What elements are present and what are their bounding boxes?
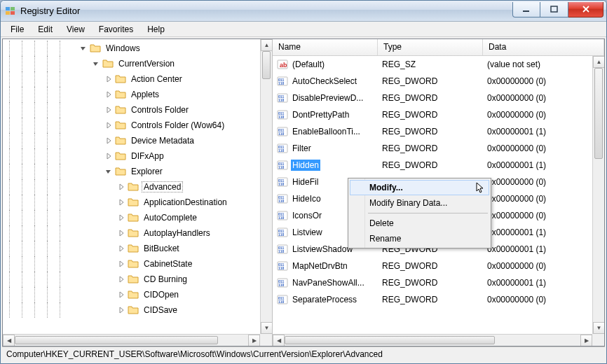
tree-item[interactable]: CD Burning xyxy=(3,272,272,287)
tree-vscroll[interactable]: ▲ ▼ xyxy=(260,39,272,334)
value-name: EnableBalloonTi... xyxy=(291,126,362,137)
expand-icon[interactable] xyxy=(104,74,114,84)
list-row[interactable]: ab(Default)REG_SZ(value not set) xyxy=(273,56,604,73)
list-row[interactable]: 011110FilterREG_DWORD0x00000000 (0) xyxy=(273,140,604,157)
expand-icon[interactable] xyxy=(116,305,126,315)
scroll-thumb[interactable] xyxy=(262,51,271,79)
scroll-down-icon[interactable]: ▼ xyxy=(261,322,273,334)
folder-icon xyxy=(128,305,139,315)
list-vscroll[interactable]: ▲ ▼ xyxy=(592,56,604,334)
menu-favorites[interactable]: Favorites xyxy=(92,23,140,36)
list-row[interactable]: 011110DisablePreviewD...REG_DWORD0x00000… xyxy=(273,90,604,106)
scroll-left-icon[interactable]: ◀ xyxy=(273,335,285,346)
tree-item[interactable]: Explorer xyxy=(3,164,272,179)
list-hscroll[interactable]: ◀ ▶ xyxy=(273,334,592,346)
collapse-icon[interactable] xyxy=(91,59,101,69)
tree-item[interactable]: Device Metadata xyxy=(3,133,272,148)
tree-item[interactable]: BitBucket xyxy=(3,241,272,256)
column-name[interactable]: Name xyxy=(273,39,378,55)
list-row[interactable]: 011110EnableBalloonTi...REG_DWORD0x00000… xyxy=(273,123,604,140)
list-row[interactable]: 011110AutoCheckSelectREG_DWORD0x00000000… xyxy=(273,73,604,90)
tree-item[interactable]: AutoplayHandlers xyxy=(3,225,272,241)
tree-item[interactable]: DIFxApp xyxy=(3,148,272,164)
expand-icon[interactable] xyxy=(116,182,126,192)
expand-icon[interactable] xyxy=(116,244,126,253)
menu-help[interactable]: Help xyxy=(140,23,172,36)
scroll-thumb[interactable] xyxy=(594,68,603,159)
context-menu-delete[interactable]: Delete xyxy=(350,216,489,231)
tree-hscroll[interactable]: ◀ ▶ xyxy=(3,334,260,346)
tree-item-label: Controls Folder (Wow64) xyxy=(129,120,226,131)
folder-icon xyxy=(102,59,114,69)
expand-icon[interactable] xyxy=(104,90,114,99)
value-data: 0x00000000 (0) xyxy=(483,194,604,204)
tree-item[interactable]: ApplicationDestination xyxy=(3,195,272,210)
scroll-up-icon[interactable]: ▲ xyxy=(593,56,604,68)
tree-item[interactable]: CIDOpen xyxy=(3,287,272,302)
expand-icon[interactable] xyxy=(116,213,126,223)
value-data: (value not set) xyxy=(483,59,604,69)
expand-icon[interactable] xyxy=(116,228,126,238)
tree-item[interactable]: CabinetState xyxy=(3,256,272,272)
list-row[interactable]: 011110NavPaneShowAll...REG_DWORD0x000000… xyxy=(273,274,604,291)
menu-file[interactable]: File xyxy=(4,23,31,36)
tree-item[interactable]: Action Center xyxy=(3,71,272,87)
tree-item[interactable]: CIDSave xyxy=(3,302,272,318)
expand-icon[interactable] xyxy=(104,120,114,130)
tree-item[interactable]: Controls Folder xyxy=(3,102,272,118)
binary-value-icon: 011110 xyxy=(277,277,288,288)
tree[interactable]: WindowsCurrentVersionAction CenterApplet… xyxy=(3,39,272,318)
expand-icon[interactable] xyxy=(116,197,126,207)
tree-item[interactable]: Windows xyxy=(3,41,272,56)
expand-icon[interactable] xyxy=(104,151,114,161)
value-name: ListviewShadow xyxy=(291,244,354,255)
close-button[interactable] xyxy=(568,2,603,18)
value-type: REG_DWORD xyxy=(378,93,483,103)
binary-value-icon: 011110 xyxy=(277,294,288,305)
scroll-down-icon[interactable]: ▼ xyxy=(593,322,604,334)
expand-icon[interactable] xyxy=(104,105,114,115)
scroll-right-icon[interactable]: ▶ xyxy=(580,335,592,346)
value-name: DisablePreviewD... xyxy=(291,92,364,104)
maximize-button[interactable] xyxy=(540,2,568,18)
tree-item[interactable]: CurrentVersion xyxy=(3,56,272,71)
tree-item[interactable]: Controls Folder (Wow64) xyxy=(3,118,272,133)
svg-text:110: 110 xyxy=(278,81,285,85)
tree-item[interactable]: AutoComplete xyxy=(3,210,272,225)
tree-item[interactable]: Advanced xyxy=(3,179,272,195)
tree-item[interactable]: Applets xyxy=(3,87,272,102)
scroll-up-icon[interactable]: ▲ xyxy=(261,39,273,51)
collapse-icon[interactable] xyxy=(104,167,114,176)
context-menu-rename[interactable]: Rename xyxy=(350,231,489,246)
context-menu-modify-binary[interactable]: Modify Binary Data... xyxy=(350,195,489,211)
expand-icon[interactable] xyxy=(116,259,126,269)
scroll-right-icon[interactable]: ▶ xyxy=(248,335,260,346)
column-type[interactable]: Type xyxy=(378,39,483,55)
menu-edit[interactable]: Edit xyxy=(31,23,60,36)
value-name: (Default) xyxy=(291,59,326,70)
expand-icon[interactable] xyxy=(116,274,126,284)
list-row[interactable]: 011110HiddenREG_DWORD0x00000001 (1) xyxy=(273,157,604,174)
binary-value-icon: 011110 xyxy=(277,244,288,255)
tree-item-label: DIFxApp xyxy=(129,150,166,162)
collapse-icon[interactable] xyxy=(79,43,88,53)
value-name: MapNetDrvBtn xyxy=(291,260,349,272)
menu-view[interactable]: View xyxy=(60,23,92,36)
list-row[interactable]: 011110SeparateProcessREG_DWORD0x00000000… xyxy=(273,291,604,308)
scroll-left-icon[interactable]: ◀ xyxy=(3,335,15,346)
context-menu-modify[interactable]: Modify... xyxy=(350,180,489,195)
scroll-thumb[interactable] xyxy=(15,336,218,344)
list-row[interactable]: 011110MapNetDrvBtnREG_DWORD0x00000000 (0… xyxy=(273,258,604,274)
scroll-thumb[interactable] xyxy=(285,336,495,344)
svg-text:110: 110 xyxy=(278,182,285,186)
titlebar[interactable]: Registry Editor xyxy=(1,1,606,22)
svg-text:110: 110 xyxy=(278,115,285,119)
value-data: 0x00000000 (0) xyxy=(483,211,604,220)
folder-icon xyxy=(115,74,126,84)
column-data[interactable]: Data xyxy=(483,39,604,55)
value-name: SeparateProcess xyxy=(291,294,358,305)
expand-icon[interactable] xyxy=(104,136,114,146)
list-row[interactable]: 011110DontPrettyPathREG_DWORD0x00000000 … xyxy=(273,106,604,123)
expand-icon[interactable] xyxy=(116,290,126,300)
minimize-button[interactable] xyxy=(512,2,540,18)
